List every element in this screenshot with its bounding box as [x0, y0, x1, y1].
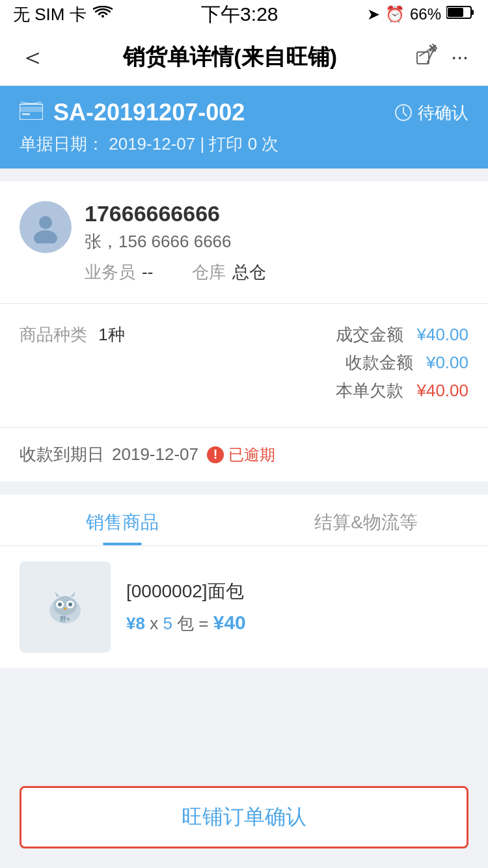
- summary-right: 成交金额 ¥40.00 收款金额 ¥0.00 本单欠款 ¥40.00: [336, 323, 468, 407]
- warehouse-value: 总仓: [232, 261, 266, 284]
- customer-warehouse: 仓库 总仓: [192, 261, 266, 284]
- order-status: 待确认: [394, 102, 468, 124]
- customer-meta: 业务员 -- 仓库 总仓: [85, 261, 468, 284]
- order-id: SA-20191207-002: [53, 99, 245, 126]
- svg-point-9: [34, 230, 57, 243]
- product-type-value: 1种: [98, 325, 124, 344]
- order-date-row: 单据日期： 2019-12-07 | 打印 0 次: [20, 133, 468, 156]
- product-code: [0000002]: [126, 581, 208, 601]
- battery-icon: [446, 5, 475, 23]
- salesperson-value: --: [142, 262, 153, 282]
- salesperson-label: 业务员: [85, 261, 135, 284]
- nav-actions: ···: [414, 43, 468, 72]
- product-image: 野+: [20, 562, 111, 653]
- tab-settlement[interactable]: 结算&物流等: [244, 495, 488, 545]
- svg-rect-2: [448, 8, 463, 17]
- received-label: 收款金额: [346, 351, 413, 374]
- svg-text:野+: 野+: [60, 616, 70, 623]
- more-button[interactable]: ···: [451, 45, 468, 69]
- due-date-label: 收款到期日: [20, 443, 104, 466]
- wifi-icon: [93, 5, 113, 25]
- svg-marker-19: [55, 591, 60, 597]
- received-value: ¥0.00: [426, 353, 468, 373]
- product-type-label: 商品种类: [20, 325, 87, 344]
- order-print-label: |: [200, 134, 209, 154]
- status-bar-left: 无 SIM 卡: [13, 3, 113, 26]
- product-total: ¥40: [213, 612, 246, 633]
- order-print-count: 0: [248, 134, 257, 154]
- due-date-section: 收款到期日 2019-12-07 ! 已逾期: [0, 427, 488, 481]
- location-icon: ➤: [367, 5, 380, 23]
- svg-point-16: [58, 603, 62, 606]
- product-info: [0000002]面包 ¥8 x 5 包 = ¥40: [126, 579, 468, 635]
- product-price-row: ¥8 x 5 包 = ¥40: [126, 612, 468, 635]
- order-status-text: 待确认: [418, 102, 468, 124]
- amount-value: ¥40.00: [416, 325, 468, 345]
- overdue-badge: ! 已逾期: [206, 444, 275, 465]
- tab-sales-label: 销售商品: [86, 512, 159, 532]
- customer-avatar: [20, 201, 72, 253]
- page-title: 销货单详情(来自旺铺): [123, 42, 337, 72]
- svg-text:!: !: [213, 447, 218, 461]
- order-date-value: 2019-12-07: [109, 134, 195, 154]
- product-qty-unit: 包: [177, 614, 194, 633]
- amount-row: 成交金额 ¥40.00: [336, 323, 468, 346]
- svg-marker-20: [70, 591, 75, 597]
- product-title: 面包: [208, 581, 244, 601]
- share-button[interactable]: [414, 43, 438, 72]
- alarm-icon: ⏰: [385, 5, 405, 23]
- customer-card: 17666666666 张，156 6666 6666 业务员 -- 仓库 总仓: [0, 182, 488, 303]
- amount-label: 成交金额: [336, 323, 403, 346]
- product-name: [0000002]面包: [126, 579, 468, 604]
- order-id-icon: [20, 101, 43, 125]
- summary-left: 商品种类 1种: [20, 323, 125, 346]
- product-multiplier: x: [150, 614, 158, 633]
- product-qty: 5: [163, 614, 172, 633]
- warehouse-label: 仓库: [192, 261, 226, 284]
- customer-info: 17666666666 张，156 6666 6666 业务员 -- 仓库 总仓: [85, 201, 468, 284]
- customer-salesperson: 业务员 --: [85, 261, 153, 284]
- status-bar-time: 下午3:28: [201, 1, 278, 28]
- carrier-label: 无 SIM 卡: [13, 3, 87, 26]
- received-row: 收款金额 ¥0.00: [336, 351, 468, 374]
- back-button[interactable]: ＜: [20, 39, 46, 75]
- confirm-button-wrapper: 旺铺订单确认: [0, 773, 488, 868]
- svg-rect-6: [22, 113, 30, 115]
- customer-name: 张，156 6666 6666: [85, 230, 468, 253]
- svg-point-8: [39, 216, 52, 229]
- nav-bar: ＜ 销货单详情(来自旺铺) ···: [0, 29, 488, 86]
- debt-label: 本单欠款: [336, 379, 403, 402]
- battery-label: 66%: [410, 5, 441, 23]
- confirm-button[interactable]: 旺铺订单确认: [20, 786, 468, 848]
- tab-sales-products[interactable]: 销售商品: [0, 495, 244, 545]
- due-date-value: 2019-12-07: [112, 444, 198, 465]
- product-equals: =: [198, 614, 208, 633]
- product-card: 野+ [0000002]面包 ¥8 x 5 包 = ¥40: [0, 546, 488, 668]
- status-bar-right: ➤ ⏰ 66%: [367, 5, 475, 23]
- tabs-bar: 销售商品 结算&物流等: [0, 495, 488, 546]
- debt-value: ¥40.00: [416, 381, 468, 401]
- product-unit-price: ¥8: [126, 614, 145, 633]
- status-bar: 无 SIM 卡 下午3:28 ➤ ⏰ 66%: [0, 0, 488, 29]
- debt-row: 本单欠款 ¥40.00: [336, 379, 468, 402]
- customer-phone: 17666666666: [85, 201, 468, 226]
- svg-point-17: [68, 603, 72, 606]
- svg-rect-1: [471, 10, 474, 15]
- order-print-unit: 次: [262, 134, 278, 154]
- overdue-text: 已逾期: [228, 444, 275, 465]
- order-header: SA-20191207-002 待确认 单据日期： 2019-12-07 | 打…: [0, 86, 488, 169]
- svg-rect-5: [20, 107, 43, 112]
- summary-section: 商品种类 1种 成交金额 ¥40.00 收款金额 ¥0.00 本单欠款 ¥40.…: [0, 304, 488, 427]
- order-date-label: 单据日期：: [20, 134, 104, 154]
- tab-settlement-label: 结算&物流等: [314, 512, 418, 532]
- order-print-text: 打印: [209, 134, 243, 154]
